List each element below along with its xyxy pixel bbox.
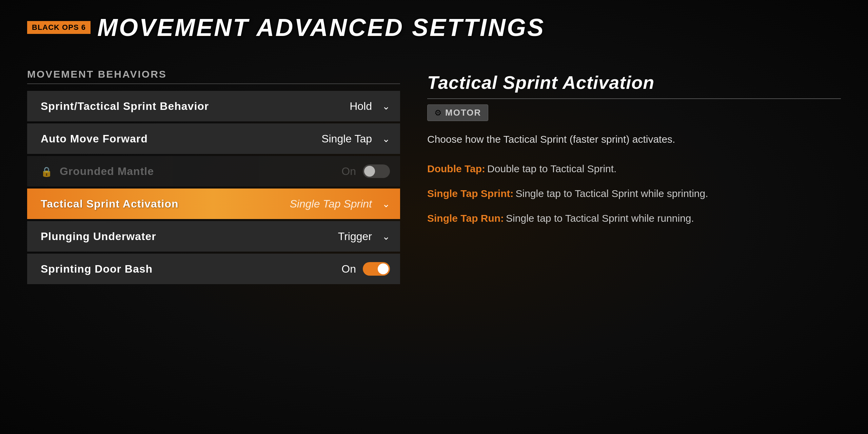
option-label-single-tap-sprint: Single Tap Sprint: [427,186,513,201]
option-description-single-tap-run: Single tap to Tactical Sprint while runn… [506,211,694,226]
setting-row-grounded-mantle: 🔒 Grounded Mantle On [27,156,400,186]
page-title: MOVEMENT ADVANCED SETTINGS [97,14,545,41]
motor-badge: ⚙ MOTOR [427,104,488,121]
toggle-sprinting-door-bash[interactable] [363,262,390,276]
setting-row-auto-move-forward[interactable]: Auto Move Forward Single Tap ⌄ [27,123,400,154]
setting-row-sprint-tactical[interactable]: Sprint/Tactical Sprint Behavior Hold ⌄ [27,91,400,121]
main-content: MOVEMENT BEHAVIORS Sprint/Tactical Sprin… [27,68,841,284]
section-label: MOVEMENT BEHAVIORS [27,68,400,84]
setting-value-container-auto-move-forward: Single Tap ⌄ [264,133,400,145]
setting-name-grounded-mantle: 🔒 Grounded Mantle [27,165,264,178]
game-badge: BLACK OPS 6 [27,21,91,34]
setting-row-sprinting-door-bash[interactable]: Sprinting Door Bash On [27,254,400,284]
setting-name-plunging-underwater: Plunging Underwater [27,230,264,243]
detail-option-double-tap: Double Tap: Double tap to Tactical Sprin… [427,161,841,176]
option-label-single-tap-run: Single Tap Run: [427,211,504,226]
settings-list: Sprint/Tactical Sprint Behavior Hold ⌄ A… [27,91,400,284]
setting-name-sprinting-door-bash: Sprinting Door Bash [27,263,264,275]
option-description-double-tap: Double tap to Tactical Sprint. [487,161,616,176]
detail-title: Tactical Sprint Activation [427,72,841,99]
motor-icon: ⚙ [434,108,442,118]
setting-name-sprint-tactical: Sprint/Tactical Sprint Behavior [27,100,264,113]
toggle-grounded-mantle [363,164,390,178]
setting-value-sprint-tactical: Hold [350,100,372,113]
setting-value-container-sprinting-door-bash: On [264,262,400,276]
setting-value-auto-move-forward: Single Tap [321,133,372,145]
setting-value-plunging-underwater: Trigger [338,230,372,243]
option-label-double-tap: Double Tap: [427,161,485,176]
setting-value-container-grounded-mantle: On [264,164,400,178]
right-panel: Tactical Sprint Activation ⚙ MOTOR Choos… [427,68,841,284]
setting-value-container-plunging-underwater: Trigger ⌄ [264,230,400,243]
chevron-down-icon: ⌄ [382,101,390,112]
lock-icon: 🔒 [41,166,53,177]
setting-value-container-tactical-sprint-activation: Single Tap Sprint ⌄ [264,198,400,210]
motor-text: MOTOR [445,107,481,118]
chevron-down-icon: ⌄ [382,198,390,210]
detail-option-single-tap-sprint: Single Tap Sprint: Single tap to Tactica… [427,186,841,201]
toggle-thumb [364,166,375,177]
setting-name-tactical-sprint-activation: Tactical Sprint Activation [27,198,264,210]
left-panel: MOVEMENT BEHAVIORS Sprint/Tactical Sprin… [27,68,400,284]
detail-options: Double Tap: Double tap to Tactical Sprin… [427,161,841,226]
option-description-single-tap-sprint: Single tap to Tactical Sprint while spri… [515,186,708,201]
setting-row-tactical-sprint-activation[interactable]: Tactical Sprint Activation Single Tap Sp… [27,189,400,219]
setting-value-grounded-mantle: On [341,165,356,178]
chevron-down-icon: ⌄ [382,133,390,144]
page-header: BLACK OPS 6 MOVEMENT ADVANCED SETTINGS [27,14,841,41]
toggle-thumb [378,263,389,274]
setting-value-tactical-sprint-activation: Single Tap Sprint [290,198,372,210]
setting-row-plunging-underwater[interactable]: Plunging Underwater Trigger ⌄ [27,221,400,252]
setting-value-container-sprint-tactical: Hold ⌄ [264,100,400,113]
setting-value-sprinting-door-bash: On [341,263,356,275]
detail-description: Choose how the Tactical Sprint (faster s… [427,131,841,147]
chevron-down-icon: ⌄ [382,231,390,242]
setting-name-auto-move-forward: Auto Move Forward [27,133,264,145]
detail-option-single-tap-run: Single Tap Run: Single tap to Tactical S… [427,211,841,226]
